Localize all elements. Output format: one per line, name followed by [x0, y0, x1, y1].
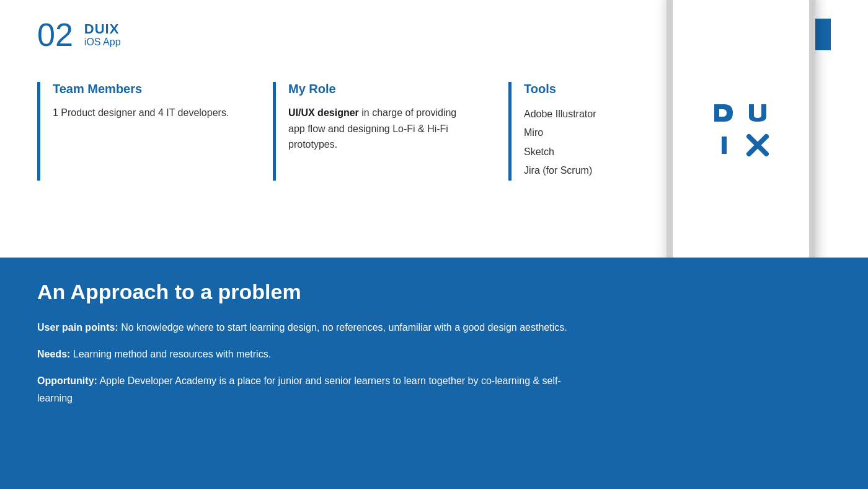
team-members-col: Team Members 1 Product designer and 4 IT…	[37, 82, 236, 181]
divider-bar	[403, 251, 465, 255]
logo-area: 02 DUIX iOS App	[37, 19, 121, 51]
duix-logo-top-row	[709, 98, 773, 128]
svg-rect-0	[709, 98, 739, 128]
opportunity-paragraph: Opportunity: Apple Developer Academy is …	[37, 372, 570, 406]
approach-body: User pain points: No knowledge where to …	[37, 319, 570, 406]
phone-container	[648, 0, 834, 258]
phone-mock	[666, 0, 815, 278]
team-members-body: 1 Product designer and 4 IT developers.	[53, 105, 236, 121]
top-section: 02 DUIX iOS App Project Overview Team Me…	[0, 0, 868, 258]
duix-d-letter	[709, 98, 739, 128]
my-role-heading: My Role	[288, 82, 471, 96]
my-role-body: UI/UX designer in charge of providing ap…	[288, 105, 471, 153]
needs-label: Needs:	[37, 349, 70, 359]
team-members-heading: Team Members	[53, 82, 236, 96]
needs-paragraph: Needs: Learning method and resources wit…	[37, 346, 570, 362]
phone-screen	[673, 0, 809, 272]
brand-subtitle: iOS App	[84, 37, 121, 48]
duix-x-letter	[743, 130, 773, 160]
pain-points-paragraph: User pain points: No knowledge where to …	[37, 319, 570, 336]
slide-number: 02	[37, 19, 73, 51]
brand-block: DUIX iOS App	[84, 22, 121, 48]
duix-u-letter	[743, 98, 773, 128]
pain-points-text: No knowledge where to start learning des…	[118, 322, 567, 333]
opportunity-label: Opportunity:	[37, 375, 97, 386]
duix-app-logo	[709, 98, 773, 160]
pain-points-label: User pain points:	[37, 322, 118, 333]
duix-i-letter	[709, 130, 739, 160]
approach-title: An Approach to a problem	[37, 280, 831, 304]
needs-text: Learning method and resources with metri…	[70, 349, 271, 359]
brand-name: DUIX	[84, 22, 121, 37]
bottom-section: An Approach to a problem User pain point…	[0, 258, 868, 489]
my-role-col: My Role UI/UX designer in charge of prov…	[273, 82, 471, 181]
svg-rect-3	[722, 137, 727, 154]
opportunity-text: Apple Developer Academy is a place for j…	[37, 375, 561, 403]
my-role-bold: UI/UX designer	[288, 107, 359, 118]
duix-logo-bottom-row	[709, 130, 773, 160]
svg-rect-1	[743, 98, 773, 128]
